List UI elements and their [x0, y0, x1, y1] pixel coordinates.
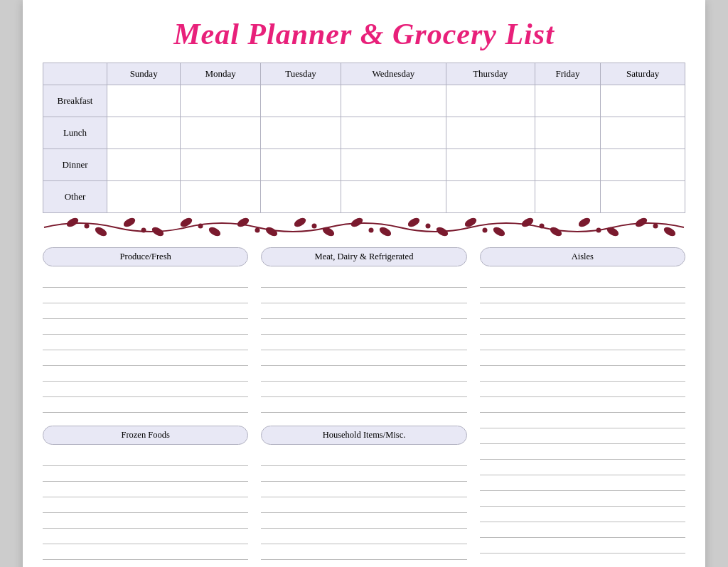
svg-point-11 [378, 225, 393, 238]
meal-cell[interactable] [260, 117, 341, 149]
grocery-line[interactable] [261, 350, 466, 366]
meal-cell[interactable] [601, 181, 685, 213]
grocery-line[interactable] [43, 272, 248, 288]
grocery-line[interactable] [43, 544, 248, 560]
grocery-line[interactable] [261, 303, 466, 319]
category-meat: Meat, Dairy & Refrigerated [261, 247, 466, 266]
meal-cell[interactable] [535, 85, 600, 117]
grocery-line[interactable] [480, 350, 685, 366]
meal-cell[interactable] [107, 181, 181, 213]
grocery-line[interactable] [43, 335, 248, 350]
grocery-line[interactable] [261, 335, 466, 350]
grocery-line[interactable] [43, 560, 248, 567]
grocery-line[interactable] [43, 482, 248, 497]
grocery-line[interactable] [480, 491, 685, 507]
grocery-line[interactable] [480, 288, 685, 303]
meal-cell[interactable] [260, 85, 341, 117]
grocery-line[interactable] [261, 288, 466, 303]
grocery-line[interactable] [43, 303, 248, 319]
meal-cell[interactable] [341, 85, 446, 117]
grocery-line[interactable] [261, 319, 466, 335]
grocery-line[interactable] [261, 382, 466, 397]
grocery-line[interactable] [480, 475, 685, 491]
grocery-line[interactable] [43, 350, 248, 366]
col-monday: Monday [181, 63, 261, 85]
svg-point-6 [236, 216, 251, 229]
grocery-line[interactable] [480, 397, 685, 413]
grocery-line[interactable] [480, 303, 685, 319]
meal-cell[interactable] [446, 85, 535, 117]
grocery-line[interactable] [261, 366, 466, 382]
grocery-line[interactable] [261, 466, 466, 482]
grocery-line[interactable] [480, 428, 685, 444]
meal-cell[interactable] [181, 117, 261, 149]
grocery-line[interactable] [43, 466, 248, 482]
meal-cell[interactable] [446, 181, 535, 213]
svg-point-12 [407, 216, 422, 229]
grocery-line[interactable] [43, 366, 248, 382]
grocery-line[interactable] [480, 444, 685, 460]
meal-cell[interactable] [107, 117, 181, 149]
grocery-line[interactable] [480, 522, 685, 538]
svg-point-23 [141, 228, 146, 233]
grocery-line[interactable] [480, 335, 685, 350]
grocery-line[interactable] [43, 397, 248, 413]
meal-cell[interactable] [260, 181, 341, 213]
grocery-line[interactable] [261, 482, 466, 497]
meal-cell[interactable] [181, 85, 261, 117]
grocery-line[interactable] [480, 538, 685, 554]
grocery-line[interactable] [261, 529, 466, 544]
grocery-line[interactable] [261, 544, 466, 560]
grocery-col-3: Aisles [480, 247, 685, 567]
grocery-line[interactable] [480, 319, 685, 335]
row-label-header [43, 63, 107, 85]
grocery-line[interactable] [261, 560, 466, 567]
grocery-line[interactable] [480, 507, 685, 522]
grocery-line[interactable] [480, 413, 685, 428]
meal-cell[interactable] [446, 149, 535, 181]
meal-cell[interactable] [535, 149, 600, 181]
grocery-line[interactable] [261, 272, 466, 288]
meal-cell[interactable] [601, 117, 685, 149]
svg-point-29 [483, 228, 488, 233]
meal-cell[interactable] [535, 181, 600, 213]
grocery-line[interactable] [43, 529, 248, 544]
svg-point-15 [492, 225, 507, 238]
meal-cell[interactable] [181, 149, 261, 181]
svg-point-18 [577, 216, 592, 229]
svg-point-26 [312, 224, 317, 229]
meal-cell[interactable] [181, 181, 261, 213]
svg-point-17 [549, 225, 564, 238]
grocery-line[interactable] [261, 397, 466, 413]
meal-label-other: Other [43, 181, 107, 213]
svg-point-32 [653, 224, 658, 229]
grocery-line[interactable] [43, 382, 248, 397]
meal-cell[interactable] [260, 149, 341, 181]
grocery-line[interactable] [480, 366, 685, 382]
grocery-line[interactable] [480, 554, 685, 567]
meal-cell[interactable] [535, 117, 600, 149]
grocery-line[interactable] [43, 319, 248, 335]
grocery-line[interactable] [43, 513, 248, 529]
meal-cell[interactable] [446, 117, 535, 149]
grocery-line[interactable] [43, 450, 248, 466]
grocery-line[interactable] [480, 382, 685, 397]
grocery-line[interactable] [43, 288, 248, 303]
svg-point-24 [198, 224, 203, 229]
grocery-line[interactable] [261, 513, 466, 529]
meal-cell[interactable] [601, 149, 685, 181]
svg-point-5 [208, 225, 223, 238]
grocery-line[interactable] [261, 497, 466, 513]
meal-cell[interactable] [341, 181, 446, 213]
meal-cell[interactable] [341, 117, 446, 149]
meal-cell[interactable] [601, 85, 685, 117]
aisles-lines [480, 272, 685, 567]
grocery-line[interactable] [43, 497, 248, 513]
grocery-line[interactable] [480, 272, 685, 288]
grocery-line[interactable] [480, 460, 685, 475]
grocery-line[interactable] [261, 450, 466, 466]
meal-cell[interactable] [341, 149, 446, 181]
svg-point-1 [94, 225, 109, 238]
meal-cell[interactable] [107, 149, 181, 181]
meal-cell[interactable] [107, 85, 181, 117]
